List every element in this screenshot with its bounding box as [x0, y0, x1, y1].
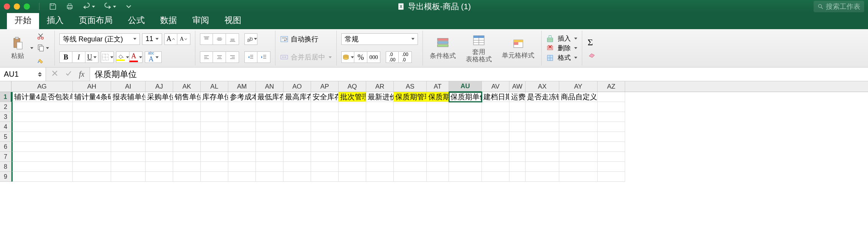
- cell-AI1[interactable]: 报表辅单位: [111, 92, 146, 102]
- cell-AT2[interactable]: [427, 102, 449, 112]
- cell-AT3[interactable]: [427, 112, 449, 122]
- cell-AX5[interactable]: [526, 132, 559, 142]
- cell-AH3[interactable]: [73, 112, 111, 122]
- cell-AU6[interactable]: [449, 142, 482, 152]
- cell-AV6[interactable]: [482, 142, 509, 152]
- cell-AX1[interactable]: 是否走冻链: [526, 92, 559, 102]
- align-left-button[interactable]: [200, 51, 213, 63]
- cell-AQ4[interactable]: [339, 122, 366, 132]
- column-header-AZ[interactable]: AZ: [598, 81, 625, 92]
- cell-AZ2[interactable]: [598, 102, 625, 112]
- close-window-button[interactable]: [4, 3, 10, 10]
- column-header-AX[interactable]: AX: [526, 81, 559, 92]
- cell-AL2[interactable]: [201, 102, 228, 112]
- cell-AG5[interactable]: [11, 132, 73, 142]
- cell-AY9[interactable]: [559, 172, 598, 182]
- cell-AU3[interactable]: [449, 112, 482, 122]
- column-header-AQ[interactable]: AQ: [339, 81, 366, 92]
- tab-insert[interactable]: 插入: [39, 12, 71, 29]
- row-header-6[interactable]: 6: [0, 142, 11, 152]
- cell-AI3[interactable]: [111, 112, 146, 122]
- cell-AZ5[interactable]: [598, 132, 625, 142]
- cell-AG3[interactable]: [11, 112, 73, 122]
- cell-AK1[interactable]: 销售单位: [173, 92, 201, 102]
- cell-AJ1[interactable]: 采购单位: [146, 92, 173, 102]
- decrease-decimal-button[interactable]: .00.0: [399, 51, 412, 63]
- cell-AM1[interactable]: 参考成本: [228, 92, 256, 102]
- column-header-AT[interactable]: AT: [427, 81, 449, 92]
- save-icon[interactable]: [48, 2, 58, 12]
- column-header-AN[interactable]: AN: [256, 81, 283, 92]
- cell-AR2[interactable]: [366, 102, 394, 112]
- cell-AY3[interactable]: [559, 112, 598, 122]
- column-header-AW[interactable]: AW: [509, 81, 526, 92]
- cell-AO8[interactable]: [283, 162, 311, 172]
- cell-AV7[interactable]: [482, 152, 509, 162]
- select-all-corner[interactable]: [0, 81, 11, 92]
- undo-button[interactable]: [82, 2, 96, 12]
- cell-AN8[interactable]: [256, 162, 283, 172]
- cell-AG2[interactable]: [11, 102, 73, 112]
- format-cells-button[interactable]: 格式: [546, 53, 577, 62]
- cell-AH6[interactable]: [73, 142, 111, 152]
- cell-AZ4[interactable]: [598, 122, 625, 132]
- cell-AS9[interactable]: [394, 172, 427, 182]
- accounting-format-button[interactable]: [341, 51, 354, 63]
- cell-AG1[interactable]: 辅计量4是否包装单位: [11, 92, 73, 102]
- print-icon[interactable]: [65, 2, 75, 12]
- cell-AX3[interactable]: [526, 112, 559, 122]
- cell-AN6[interactable]: [256, 142, 283, 152]
- cell-AY8[interactable]: [559, 162, 598, 172]
- zoom-window-button[interactable]: [24, 3, 30, 10]
- increase-decimal-button[interactable]: .0.00: [386, 51, 399, 63]
- delete-cells-button[interactable]: 删除: [546, 44, 577, 53]
- cell-AO2[interactable]: [283, 102, 311, 112]
- cell-AG6[interactable]: [11, 142, 73, 152]
- cell-AO5[interactable]: [283, 132, 311, 142]
- cell-AV4[interactable]: [482, 122, 509, 132]
- cell-AJ3[interactable]: [146, 112, 173, 122]
- cell-AZ7[interactable]: [598, 152, 625, 162]
- conditional-format-button[interactable]: 条件格式: [427, 35, 458, 61]
- cell-AI7[interactable]: [111, 152, 146, 162]
- cell-AR8[interactable]: [366, 162, 394, 172]
- cell-AI6[interactable]: [111, 142, 146, 152]
- cell-AL5[interactable]: [201, 132, 228, 142]
- column-header-AG[interactable]: AG: [11, 81, 73, 92]
- column-header-AO[interactable]: AO: [283, 81, 311, 92]
- cut-button[interactable]: [36, 31, 50, 41]
- cell-AS7[interactable]: [394, 152, 427, 162]
- paste-dropdown[interactable]: [30, 47, 33, 49]
- increase-indent-button[interactable]: [257, 51, 270, 63]
- cell-AM7[interactable]: [228, 152, 256, 162]
- orientation-button[interactable]: ab: [244, 33, 257, 45]
- cell-AV8[interactable]: [482, 162, 509, 172]
- row-header-2[interactable]: 2: [0, 102, 11, 112]
- cell-AZ8[interactable]: [598, 162, 625, 172]
- phonetic-button[interactable]: abcA: [145, 51, 162, 63]
- cell-AR5[interactable]: [366, 132, 394, 142]
- fx-button[interactable]: fx: [79, 70, 84, 79]
- cell-AV5[interactable]: [482, 132, 509, 142]
- cell-AY4[interactable]: [559, 122, 598, 132]
- italic-button[interactable]: I: [72, 51, 85, 63]
- increase-font-button[interactable]: A: [164, 33, 177, 45]
- row-header-7[interactable]: 7: [0, 152, 11, 162]
- cell-AX2[interactable]: [526, 102, 559, 112]
- cell-AH1[interactable]: 辅计量4条码: [73, 92, 111, 102]
- cell-AQ3[interactable]: [339, 112, 366, 122]
- cell-AL6[interactable]: [201, 142, 228, 152]
- cell-AK3[interactable]: [173, 112, 201, 122]
- cell-AI4[interactable]: [111, 122, 146, 132]
- cell-AJ7[interactable]: [146, 152, 173, 162]
- row-header-4[interactable]: 4: [0, 122, 11, 132]
- cell-AH2[interactable]: [73, 102, 111, 112]
- cell-AO4[interactable]: [283, 122, 311, 132]
- cell-AU9[interactable]: [449, 172, 482, 182]
- cell-AQ7[interactable]: [339, 152, 366, 162]
- bold-button[interactable]: B: [59, 51, 72, 63]
- clear-button[interactable]: [587, 50, 597, 60]
- cell-styles-button[interactable]: 单元格样式: [500, 36, 537, 60]
- cell-AO1[interactable]: 最高库存: [283, 92, 311, 102]
- cell-AP2[interactable]: [311, 102, 339, 112]
